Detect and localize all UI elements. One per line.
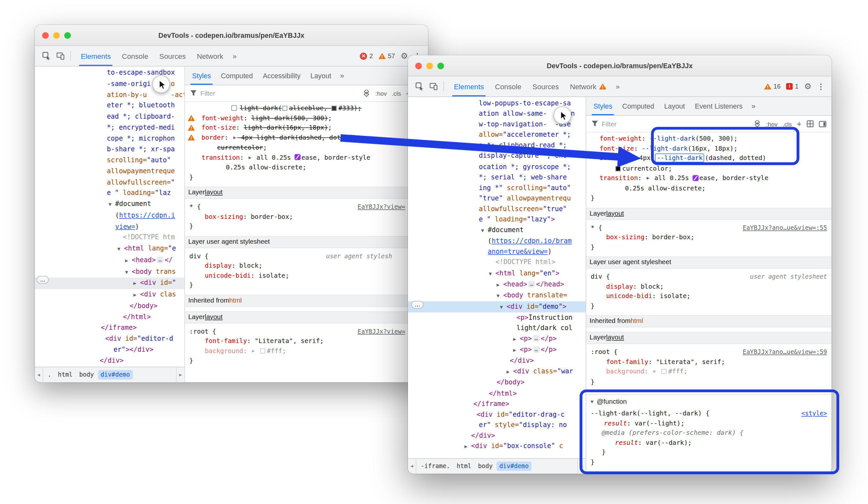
style-declaration-line[interactable]: border: ▶ 4px --light-dark(dashed, dotte… [586, 153, 831, 164]
more-sidebar-tabs-chevron[interactable]: » [747, 97, 759, 115]
dom-tree-line[interactable]: ▼#document [408, 225, 586, 236]
sidebar-tab-accessibility[interactable]: Accessibility [258, 67, 306, 85]
close-window-button[interactable] [415, 62, 422, 69]
collapsed-children-badge[interactable]: … [528, 281, 535, 288]
style-declaration-line[interactable]: * {EaYBJJx?ano…ue&view=:55 [586, 223, 831, 233]
style-declaration-line[interactable]: box-sizing: border-box; [586, 233, 831, 242]
close-window-button[interactable] [42, 32, 49, 39]
sidebar-tab-layout[interactable]: Layout [306, 67, 336, 85]
style-declaration-line[interactable]: } [586, 377, 831, 387]
dom-tree-line[interactable]: eter *; bluetooth [35, 101, 185, 112]
stack-icon[interactable] [362, 90, 370, 97]
dom-tree-line[interactable]: ▶<head>…</ [35, 255, 185, 266]
style-declaration-line[interactable]: currentcolor; [586, 164, 831, 173]
breadcrumb-item-divdemo[interactable]: div#demo [98, 370, 133, 380]
layer-link[interactable]: layout [205, 312, 223, 322]
dom-tree-line[interactable]: ▶<head>…</head> [408, 279, 586, 290]
expand-arrow-icon[interactable]: ▶ [233, 132, 236, 142]
breadcrumb-item-[interactable]: . [45, 370, 54, 380]
dom-tree-line[interactable]: e " loading="laz [35, 188, 185, 199]
new-style-rule-icon[interactable]: + [797, 121, 802, 127]
grid-icon[interactable] [807, 120, 814, 127]
dom-tree-line[interactable]: light/dark col [408, 323, 586, 334]
dom-tree-line[interactable]: <div id="editor-drag-c [408, 409, 586, 420]
device-toolbar-icon[interactable] [426, 80, 440, 93]
styles-filter-input[interactable]: Filter [602, 120, 750, 128]
style-declaration-line[interactable]: --light-dark(--light, --dark) {<style> [586, 409, 831, 419]
style-declaration-line[interactable]: } [586, 448, 831, 457]
style-declaration-line[interactable]: :root {EaYBJJx?ano…ue&view=:59 [586, 347, 831, 357]
style-declaration-line[interactable]: } [185, 173, 428, 182]
style-declaration-line[interactable]: unicode-bidi: isolate; [586, 291, 831, 301]
style-declaration-line[interactable]: div {user agent stylesheet [586, 272, 831, 282]
sidebar-tab-computed[interactable]: Computed [617, 97, 659, 115]
dom-tree-line[interactable]: (https://cdpn.io/bram [408, 236, 586, 247]
expand-arrow-icon[interactable]: ▶ [647, 173, 650, 183]
dom-tree-line[interactable]: *; encrypted-medi [35, 122, 185, 133]
sidebar-tab-event-listeners[interactable]: Event Listeners [690, 97, 748, 115]
dom-tree-line[interactable]: er"></div> [35, 344, 185, 355]
resource-link[interactable]: https://cdpn.io/bram [492, 237, 572, 245]
dom-tree-line[interactable]: </html> [35, 312, 185, 323]
dom-tree-line[interactable]: a *; clipboard-read *; [408, 140, 586, 151]
breadcrumb-scroll-right-icon[interactable]: ▶ [577, 459, 586, 474]
dom-tree-line[interactable]: ▶<div class="war [408, 366, 586, 377]
style-declaration-line[interactable]: } [586, 301, 831, 311]
declaration-checkbox[interactable] [231, 105, 237, 111]
layer-link[interactable]: layout [606, 209, 624, 219]
dom-tree-line[interactable]: display-capture *; enc [408, 151, 586, 162]
dom-tree-line[interactable]: ▼<body translate= [408, 290, 586, 301]
stylesheet-source-link[interactable]: user agent stylesheet [750, 272, 827, 282]
titlebar[interactable]: DevTools - codepen.io/bramus/pen/EaYBJJx [35, 25, 428, 46]
style-declaration-line[interactable]: background: ▶ #fff; [586, 366, 831, 377]
collapsed-children-badge[interactable]: … [533, 346, 540, 353]
style-declaration-line[interactable]: display: block; [185, 261, 428, 271]
color-swatch[interactable] [260, 348, 265, 353]
dom-tree-line[interactable]: ▶<p>…</p> [408, 345, 586, 356]
breadcrumb-item-body[interactable]: body [475, 461, 496, 471]
layer-link[interactable]: layout [606, 333, 624, 343]
more-actions-pill[interactable]: … [411, 301, 424, 309]
sidebar-tab-computed[interactable]: Computed [216, 67, 258, 85]
dom-tree-line[interactable]: b-share *; xr-spa [35, 144, 185, 155]
inspect-element-icon[interactable] [39, 49, 53, 63]
style-declaration-line[interactable]: !border: ▶ 4px light-dark(dashed, dotted… [185, 132, 428, 143]
dom-tree-line[interactable]: ▶<p>…</p> [408, 334, 586, 345]
style-declaration-line[interactable]: div {user agent stylesh [185, 251, 428, 261]
breadcrumb-scroll-left-icon[interactable]: ◀ [408, 459, 416, 474]
dom-tree-line[interactable]: ocation *; gyroscope *; [408, 162, 586, 172]
sidebar-tab-layout[interactable]: Layout [659, 97, 690, 115]
settings-gear-icon[interactable]: ⚙ [401, 51, 408, 61]
color-swatch[interactable] [616, 166, 621, 171]
device-toolbar-icon[interactable] [53, 49, 67, 63]
dom-tree-line[interactable]: ▶<div clas [35, 289, 185, 301]
style-declaration-line[interactable]: transition: ▶ all 0.25s ease, border-sty… [586, 173, 831, 184]
dom-tree-line[interactable]: <!DOCTYPE htm [35, 232, 185, 243]
style-declaration-line[interactable]: } [185, 280, 428, 290]
dom-tree-line[interactable]: "true" allowpaymentrequ [408, 193, 586, 204]
at-function-section-header[interactable]: ▼ @function [586, 394, 831, 409]
dom-tree-line[interactable]: </div> [408, 356, 586, 366]
dom-tree-line[interactable]: e " loading="lazy"> [408, 214, 586, 225]
style-declaration-line[interactable]: font-weight: --light-dark(500, 300); [586, 134, 831, 144]
breadcrumb-scroll-left-icon[interactable]: ◀ [35, 367, 43, 382]
style-declaration-line[interactable]: font-size: --light-dark(16px, 18px); [586, 144, 831, 153]
more-sidebar-tabs-chevron[interactable]: » [336, 67, 348, 85]
color-swatch[interactable] [332, 106, 337, 111]
breadcrumb-item-body[interactable]: body [76, 370, 97, 380]
style-declaration-line[interactable]: currentcolor; [185, 143, 428, 153]
expand-arrow-icon[interactable]: ▶ [631, 153, 634, 163]
layer-link[interactable]: layout [205, 188, 223, 198]
tab-sources[interactable]: Sources [527, 76, 564, 96]
style-declaration-line[interactable]: } [185, 221, 428, 231]
dom-tree-line[interactable]: *; serial *; web-share [408, 172, 586, 183]
stylesheet-source-link[interactable]: user agent stylesh [326, 251, 392, 261]
tab-console[interactable]: Console [116, 46, 154, 66]
warning-count-badge[interactable]: !16 [764, 83, 781, 90]
breadcrumb-item-divdemo[interactable]: div#demo [496, 461, 531, 471]
dom-tree-line[interactable]: </iframe> [35, 323, 185, 334]
tab-sources[interactable]: Sources [154, 46, 191, 66]
dom-tree-line[interactable]: </body> [35, 301, 185, 312]
dom-tree-line[interactable]: ▼#document [35, 199, 185, 210]
more-tabs-chevron[interactable]: » [229, 46, 240, 66]
